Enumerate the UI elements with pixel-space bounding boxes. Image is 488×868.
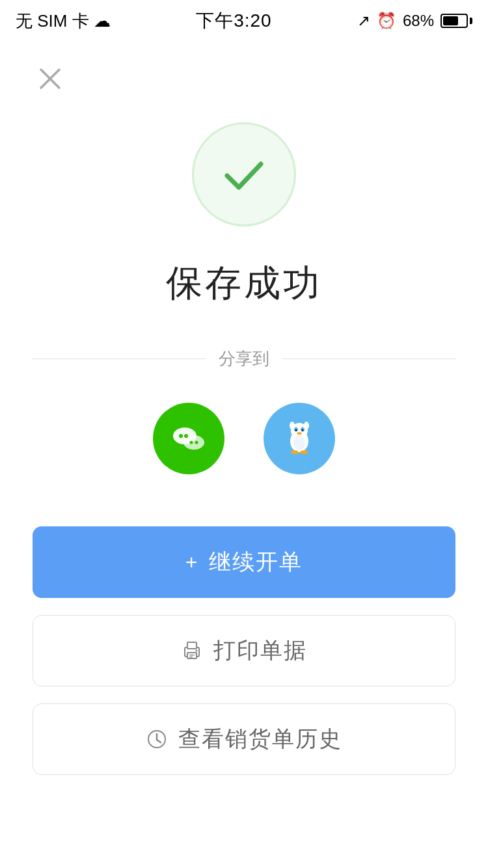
battery-percent: 68% xyxy=(403,12,434,30)
svg-point-17 xyxy=(300,450,308,454)
success-title: 保存成功 xyxy=(166,259,322,308)
history-label: 查看销货单历史 xyxy=(178,724,342,754)
status-left: 无 SIM 卡 ☁ xyxy=(16,10,111,33)
print-label: 打印单据 xyxy=(213,636,307,666)
status-right: ↗ ⏰ 68% xyxy=(357,12,472,30)
share-label: 分享到 xyxy=(219,347,269,370)
action-buttons: + 继续开单 打印单据 xyxy=(33,526,455,775)
location-icon: ↗ xyxy=(357,12,370,30)
svg-point-25 xyxy=(196,650,198,652)
check-icon xyxy=(218,148,270,200)
svg-rect-21 xyxy=(187,642,197,649)
close-button[interactable] xyxy=(33,61,68,96)
battery-icon xyxy=(441,14,472,28)
svg-point-7 xyxy=(195,441,198,444)
svg-point-5 xyxy=(184,434,188,438)
svg-point-15 xyxy=(293,435,305,450)
status-time: 下午3:20 xyxy=(196,8,272,33)
plus-icon: + xyxy=(185,550,199,575)
divider-line-left xyxy=(33,359,206,359)
svg-point-11 xyxy=(295,429,297,431)
printer-icon xyxy=(181,640,203,662)
svg-rect-23 xyxy=(189,655,195,656)
print-button[interactable]: 打印单据 xyxy=(33,615,455,686)
status-bar: 无 SIM 卡 ☁ 下午3:20 ↗ ⏰ 68% xyxy=(0,0,488,42)
share-wechat-button[interactable] xyxy=(153,403,224,474)
svg-rect-24 xyxy=(189,657,193,658)
signal-text: 无 SIM 卡 ☁ xyxy=(16,10,111,33)
clock-icon xyxy=(146,728,168,750)
main-content: 保存成功 分享到 xyxy=(0,96,488,868)
continue-order-button[interactable]: + 继续开单 xyxy=(33,526,455,598)
wechat-icon xyxy=(168,418,210,459)
svg-line-28 xyxy=(157,740,161,742)
qq-icon xyxy=(278,418,320,459)
close-area xyxy=(0,42,488,96)
svg-point-13 xyxy=(302,429,304,431)
history-button[interactable]: 查看销货单历史 xyxy=(33,703,455,775)
continue-order-label: 继续开单 xyxy=(209,547,303,577)
svg-point-6 xyxy=(190,441,193,444)
alarm-icon: ⏰ xyxy=(377,12,396,30)
close-icon xyxy=(38,67,62,90)
share-icons xyxy=(153,403,335,474)
share-qq-button[interactable] xyxy=(264,403,335,474)
svg-point-18 xyxy=(290,422,295,429)
share-divider: 分享到 xyxy=(33,347,455,370)
svg-point-4 xyxy=(179,434,183,438)
success-circle xyxy=(192,122,296,226)
svg-point-19 xyxy=(304,422,309,429)
svg-point-14 xyxy=(297,432,302,435)
divider-line-right xyxy=(282,359,455,359)
svg-point-16 xyxy=(291,450,299,454)
